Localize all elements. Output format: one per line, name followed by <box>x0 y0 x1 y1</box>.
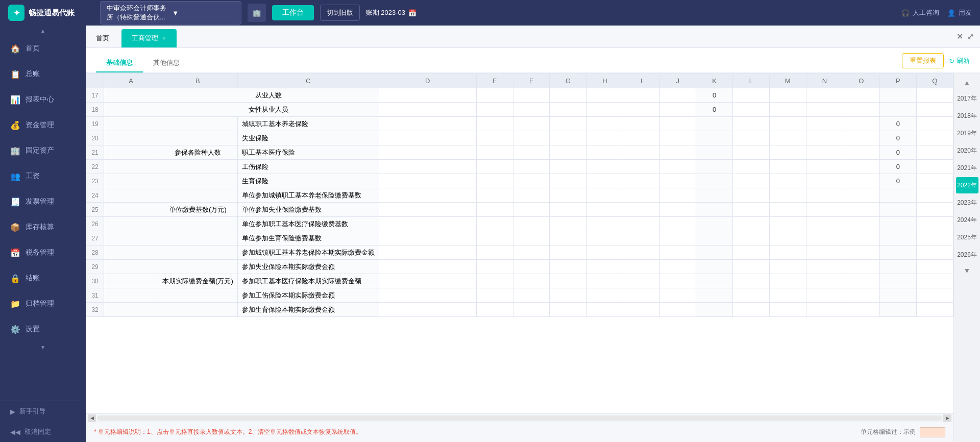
cell-31-n[interactable] <box>806 288 843 303</box>
sub-tab-basic[interactable]: 基础信息 <box>96 54 143 72</box>
cell-25-o[interactable] <box>843 203 879 217</box>
cell-17-e[interactable] <box>476 88 513 103</box>
cell-30-a[interactable] <box>104 274 158 288</box>
cell-32-l[interactable] <box>733 303 770 317</box>
cell-26-m[interactable] <box>769 217 806 231</box>
cell-23-a[interactable] <box>104 174 158 188</box>
year-item-2024[interactable]: 2024年 <box>956 212 978 228</box>
cell-28-b[interactable] <box>158 245 238 260</box>
cell-22-b[interactable] <box>158 160 238 174</box>
cell-20-b[interactable] <box>158 131 238 145</box>
cell-31-b[interactable] <box>158 288 238 303</box>
cell-28-h[interactable] <box>586 245 623 260</box>
cell-17-b[interactable]: 从业人数 <box>158 88 379 103</box>
cell-29-d[interactable] <box>379 260 476 274</box>
cell-29-o[interactable] <box>843 260 879 274</box>
sidebar-item-assets[interactable]: 🏢 固定资产 <box>0 138 86 163</box>
cell-31-q[interactable] <box>916 288 953 303</box>
cell-21-h[interactable] <box>586 145 623 160</box>
cell-30-e[interactable] <box>476 274 513 288</box>
cell-17-i[interactable] <box>623 88 659 103</box>
cell-31-h[interactable] <box>586 288 623 303</box>
cell-22-a[interactable] <box>104 160 158 174</box>
cell-28-j[interactable] <box>659 245 696 260</box>
cell-19-q[interactable] <box>916 117 953 131</box>
year-item-2019[interactable]: 2019年 <box>956 125 978 141</box>
cell-21-k[interactable] <box>696 145 733 160</box>
workbench-button[interactable]: 工作台 <box>272 5 314 20</box>
cell-23-i[interactable] <box>623 174 659 188</box>
cell-27-k[interactable] <box>696 231 733 245</box>
cell-26-d[interactable] <box>379 217 476 231</box>
cell-31-j[interactable] <box>659 288 696 303</box>
cell-29-l[interactable] <box>733 260 770 274</box>
cell-25-p[interactable] <box>879 203 916 217</box>
cell-23-o[interactable] <box>843 174 879 188</box>
cell-20-i[interactable] <box>623 131 659 145</box>
cell-24-h[interactable] <box>586 188 623 203</box>
cell-27-p[interactable] <box>879 231 916 245</box>
cell-27-q[interactable] <box>916 231 953 245</box>
cell-18-a[interactable] <box>104 103 158 117</box>
cell-30-h[interactable] <box>586 274 623 288</box>
cell-29-q[interactable] <box>916 260 953 274</box>
cell-26-f[interactable] <box>513 217 550 231</box>
cell-29-p[interactable] <box>879 260 916 274</box>
cell-20-k[interactable] <box>696 131 733 145</box>
cell-31-e[interactable] <box>476 288 513 303</box>
cell-28-f[interactable] <box>513 245 550 260</box>
calendar-icon[interactable]: 📅 <box>408 9 416 17</box>
cell-17-n[interactable] <box>806 88 843 103</box>
cell-20-p[interactable]: 0 <box>879 131 916 145</box>
cell-26-l[interactable] <box>733 217 770 231</box>
cell-28-o[interactable] <box>843 245 879 260</box>
cell-27-f[interactable] <box>513 231 550 245</box>
cell-17-g[interactable] <box>550 88 586 103</box>
cell-30-c[interactable]: 参加职工基本医疗保险本期实际缴费金额 <box>237 274 379 288</box>
cell-32-m[interactable] <box>769 303 806 317</box>
year-item-2017[interactable]: 2017年 <box>956 90 978 107</box>
cell-26-n[interactable] <box>806 217 843 231</box>
cell-19-k[interactable] <box>696 117 733 131</box>
cell-20-c[interactable]: 失业保险 <box>237 131 379 145</box>
cell-18-j[interactable] <box>659 103 696 117</box>
refresh-button[interactable]: ↻ 刷新 <box>949 56 970 65</box>
cell-31-a[interactable] <box>104 288 158 303</box>
cell-19-d[interactable] <box>379 117 476 131</box>
cell-19-h[interactable] <box>586 117 623 131</box>
cell-30-d[interactable] <box>379 274 476 288</box>
cell-26-b[interactable] <box>158 217 238 231</box>
cell-27-a[interactable] <box>104 231 158 245</box>
old-version-button[interactable]: 切到旧版 <box>320 5 360 21</box>
cell-17-d[interactable] <box>379 88 476 103</box>
cell-25-m[interactable] <box>769 203 806 217</box>
sidebar-unpin[interactable]: ◀◀ 取消固定 <box>0 422 86 442</box>
sidebar-item-invoice[interactable]: 🧾 发票管理 <box>0 189 86 214</box>
cell-28-d[interactable] <box>379 245 476 260</box>
cell-29-n[interactable] <box>806 260 843 274</box>
cell-19-j[interactable] <box>659 117 696 131</box>
cell-31-k[interactable] <box>696 288 733 303</box>
cell-30-g[interactable] <box>550 274 586 288</box>
cell-26-h[interactable] <box>586 217 623 231</box>
cell-24-b[interactable] <box>158 188 238 203</box>
cell-22-o[interactable] <box>843 160 879 174</box>
cell-22-h[interactable] <box>586 160 623 174</box>
cell-24-f[interactable] <box>513 188 550 203</box>
cell-28-g[interactable] <box>550 245 586 260</box>
cell-27-l[interactable] <box>733 231 770 245</box>
sidebar-item-inventory[interactable]: 📦 库存核算 <box>0 214 86 240</box>
cell-22-d[interactable] <box>379 160 476 174</box>
cell-25-b[interactable]: 单位缴费基数(万元) <box>158 203 238 217</box>
cell-17-q[interactable] <box>916 88 953 103</box>
cell-24-i[interactable] <box>623 188 659 203</box>
cell-24-m[interactable] <box>769 188 806 203</box>
sidebar-item-archive[interactable]: 📁 归档管理 <box>0 291 86 316</box>
cell-19-a[interactable] <box>104 117 158 131</box>
cell-25-g[interactable] <box>550 203 586 217</box>
cell-28-l[interactable] <box>733 245 770 260</box>
cell-28-i[interactable] <box>623 245 659 260</box>
cell-24-d[interactable] <box>379 188 476 203</box>
cell-28-c[interactable]: 参加城镇职工基本养老保险本期实际缴费金额 <box>237 245 379 260</box>
cell-31-i[interactable] <box>623 288 659 303</box>
